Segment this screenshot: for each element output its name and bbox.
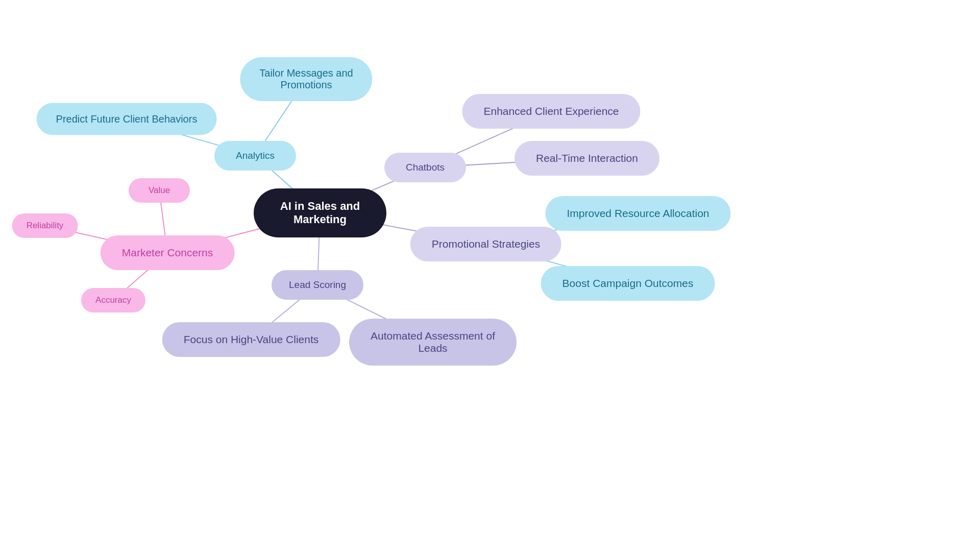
node-leadscoring[interactable]: Lead Scoring xyxy=(272,270,363,300)
node-chatbots[interactable]: Chatbots xyxy=(384,153,466,182)
node-automated[interactable]: Automated Assessment ofLeads xyxy=(349,319,517,366)
node-realtime[interactable]: Real-Time Interaction xyxy=(514,141,659,176)
node-promotional[interactable]: Promotional Strategies xyxy=(410,227,561,261)
node-enhanced[interactable]: Enhanced Client Experience xyxy=(462,94,640,129)
node-boost[interactable]: Boost Campaign Outcomes xyxy=(541,266,715,301)
node-value[interactable]: Value xyxy=(129,178,190,203)
node-marketer[interactable]: Marketer Concerns xyxy=(101,235,235,270)
node-accuracy[interactable]: Accuracy xyxy=(81,288,145,312)
node-improved[interactable]: Improved Resource Allocation xyxy=(546,196,731,231)
node-reliability[interactable]: Reliability xyxy=(12,213,78,238)
node-analytics[interactable]: Analytics xyxy=(214,141,296,171)
node-focus[interactable]: Focus on High-Value Clients xyxy=(162,322,340,357)
node-tailor[interactable]: Tailor Messages andPromotions xyxy=(240,57,372,101)
center-node[interactable]: AI in Sales and Marketing xyxy=(254,188,386,237)
node-predict[interactable]: Predict Future Client Behaviors xyxy=(37,103,217,135)
connection-lines xyxy=(0,0,980,553)
mindmap-container: AI in Sales and MarketingAnalyticsTailor… xyxy=(0,0,980,553)
